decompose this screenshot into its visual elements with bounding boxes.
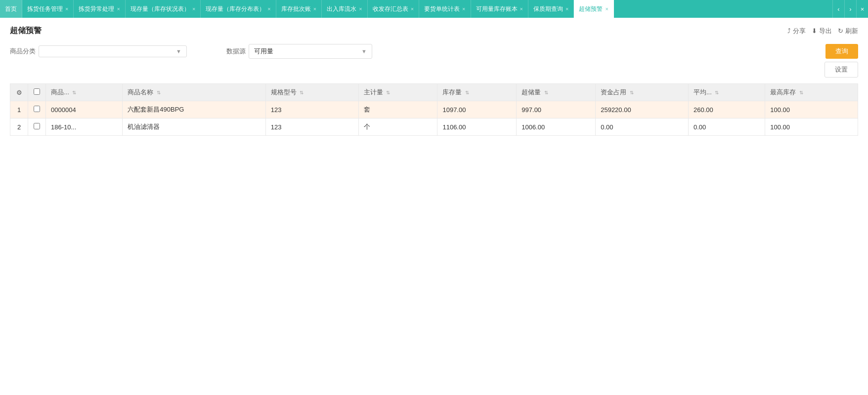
top-navigation: 首页 拣货任务管理 × 拣货异常处理 × 现存量（库存状况表） × 现存量（库存… [0,0,868,18]
sort-unit-icon: ⇅ [386,90,390,95]
sort-name-icon: ⇅ [157,90,161,95]
datasource-chevron-icon: ▼ [361,48,367,54]
cell-sku: 186-10... [46,118,123,136]
close-stock-dist[interactable]: × [267,6,270,12]
cell-capital: 0.00 [596,118,689,136]
nav-order-stat[interactable]: 要货单统计表 × [419,0,471,18]
col-capital[interactable]: 资金占用 ⇅ [596,84,689,101]
nav-prev-arrow[interactable]: ‹ [832,0,844,18]
nav-batch[interactable]: 库存批次账 × [276,0,322,18]
close-available[interactable]: × [520,6,523,12]
share-icon: ⤴ [787,27,791,35]
select-all-checkbox[interactable] [34,88,40,95]
datasource-select-value: 可用量 [254,47,273,56]
sort-spec-icon: ⇅ [300,90,304,95]
refresh-button[interactable]: ↻ 刷新 [838,27,858,36]
export-button[interactable]: ⬇ 导出 [812,27,832,36]
nav-exception[interactable]: 拣货异常处理 × [74,0,125,18]
col-spec[interactable]: 规格型号 ⇅ [265,84,358,101]
main-content: 超储预警 ⤴ 分享 ⬇ 导出 ↻ 刷新 商品分类 [0,18,868,395]
col-overstock[interactable]: 超储量 ⇅ [517,84,596,101]
share-button[interactable]: ⤴ 分享 [787,27,806,36]
page-header: 超储预警 ⤴ 分享 ⬇ 导出 ↻ 刷新 [10,26,858,36]
col-checkbox [28,84,46,101]
category-label: 商品分类 [10,47,36,56]
close-quality[interactable]: × [565,6,568,12]
cell-maxstock: 100.00 [765,101,858,118]
close-batch[interactable]: × [313,6,316,12]
row-checkbox[interactable] [34,106,40,112]
cell-sku: 0000004 [46,101,123,118]
settings-icon: ⚙ [16,89,22,96]
cell-unit: 个 [358,118,437,136]
close-stock-status[interactable]: × [192,6,195,12]
table-body: 1 0000004 六配套新昌490BPG 123 套 1097.00 997.… [10,101,858,136]
close-order-stat[interactable]: × [462,6,465,12]
datasource-select[interactable]: 可用量 ▼ [249,44,372,59]
row-index: 2 [10,118,28,136]
nav-home[interactable]: 首页 [0,0,22,18]
row-checkbox-cell [28,101,46,118]
table-row: 1 0000004 六配套新昌490BPG 123 套 1097.00 997.… [10,101,858,118]
close-collect[interactable]: × [411,6,414,12]
cell-overstock: 997.00 [517,101,596,118]
cell-avg: 0.00 [688,118,765,136]
filter-groups: 商品分类 ▼ 数据源 可用量 ▼ [10,44,372,59]
category-chevron-icon: ▼ [176,48,181,54]
cell-avg: 260.00 [688,101,765,118]
col-avg[interactable]: 平均... ⇅ [688,84,765,101]
cell-overstock: 1006.00 [517,118,596,136]
cell-spec: 123 [265,118,358,136]
nav-task-mgmt[interactable]: 拣货任务管理 × [22,0,74,18]
header-actions: ⤴ 分享 ⬇ 导出 ↻ 刷新 [787,27,858,36]
close-inout-flow[interactable]: × [359,6,362,12]
category-select[interactable]: ▼ [39,45,187,57]
cell-capital: 259220.00 [596,101,689,118]
settings-button[interactable]: 设置 [825,62,858,78]
nav-stock-status[interactable]: 现存量（库存状况表） × [126,0,201,18]
nav-arrows: ‹ › × [832,0,868,18]
cell-name: 六配套新昌490BPG [123,101,266,118]
datasource-label: 数据源 [226,47,246,56]
sort-avg-icon: ⇅ [715,90,719,95]
cell-name: 机油滤清器 [123,118,266,136]
page-title: 超储预警 [10,26,42,36]
sort-maxstock-icon: ⇅ [799,90,803,95]
nav-overstock[interactable]: 超储预警 × [574,0,613,18]
data-table: ⚙ 商品... ⇅ 商品名称 ⇅ 规格型号 ⇅ 主计量 [10,83,858,136]
nav-quality[interactable]: 保质期查询 × [528,0,574,18]
row-checkbox-cell [28,118,46,136]
col-sku[interactable]: 商品... ⇅ [46,84,123,101]
nav-inout-flow[interactable]: 出入库流水 × [322,0,367,18]
action-buttons-area: 查询 设置 [825,44,858,78]
close-task-mgmt[interactable]: × [65,6,68,12]
row-index: 1 [10,101,28,118]
col-stock[interactable]: 库存量 ⇅ [437,84,517,101]
cell-maxstock: 100.00 [765,118,858,136]
sort-capital-icon: ⇅ [630,90,634,95]
export-icon: ⬇ [812,27,817,35]
sort-overstock-icon: ⇅ [544,90,548,95]
row-checkbox[interactable] [34,123,40,129]
col-unit[interactable]: 主计量 ⇅ [358,84,437,101]
nav-stock-dist[interactable]: 现存量（库存分布表） × [201,0,276,18]
nav-close-arrow[interactable]: × [856,0,868,18]
filter-and-buttons-row: 商品分类 ▼ 数据源 可用量 ▼ 查询 设置 [10,44,858,78]
refresh-icon: ↻ [838,27,843,35]
col-maxstock[interactable]: 最高库存 ⇅ [765,84,858,101]
cell-spec: 123 [265,101,358,118]
nav-available[interactable]: 可用量库存账本 × [471,0,528,18]
close-overstock[interactable]: × [605,6,608,12]
col-name[interactable]: 商品名称 ⇅ [123,84,266,101]
table-row: 2 186-10... 机油滤清器 123 个 1106.00 1006.00 … [10,118,858,136]
nav-collect[interactable]: 收发存汇总表 × [368,0,419,18]
sort-sku-icon: ⇅ [72,90,76,95]
close-exception[interactable]: × [117,6,120,12]
table-header-row: ⚙ 商品... ⇅ 商品名称 ⇅ 规格型号 ⇅ 主计量 [10,84,858,101]
query-button[interactable]: 查询 [825,44,858,59]
cell-stock: 1106.00 [437,118,517,136]
sort-stock-icon: ⇅ [465,90,469,95]
col-settings[interactable]: ⚙ [10,84,28,101]
category-filter-group: 商品分类 ▼ [10,45,187,57]
nav-next-arrow[interactable]: › [844,0,856,18]
